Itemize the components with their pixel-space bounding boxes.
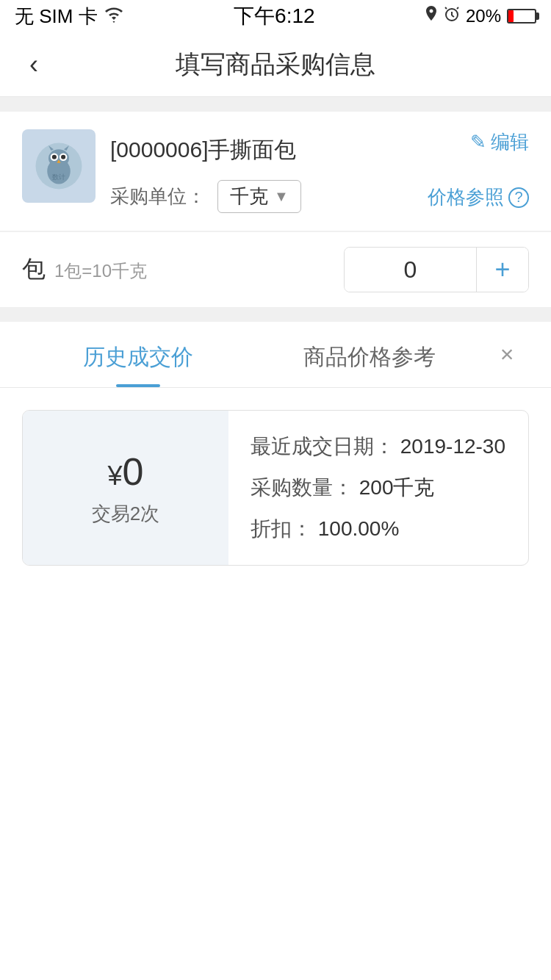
discount-value: 100.00% [318,517,400,540]
discount-label: 折扣： [251,517,312,540]
svg-line-2 [452,15,454,17]
chevron-down-icon: ▼ [274,188,289,205]
time-display: 下午6:12 [234,2,315,30]
tabs-row: 历史成交价 商品价格参考 × [0,322,551,388]
carrier-text: 无 SIM 卡 [15,4,98,29]
currency-symbol: ¥ [108,461,123,491]
unit-label: 采购单位： [110,184,206,209]
history-trades: 交易2次 [92,501,159,527]
tab-history-price[interactable]: 历史成交价 [22,322,253,387]
edit-icon: ✎ [470,131,486,154]
question-icon: ? [508,187,529,208]
svg-text:数计: 数计 [52,173,65,181]
recent-date-value: 2019-12-30 [400,435,505,458]
price-ref-link[interactable]: 价格参照 ? [428,184,529,210]
status-right: 20% [425,6,536,26]
product-thumbnail: 数计 [22,129,96,203]
quantity-controls: + [344,247,529,292]
recent-date-line: 最近成交日期： 2019-12-30 [251,433,506,461]
quantity-unit-sub: 1包=10千克 [54,259,147,283]
edit-link[interactable]: ✎ 编辑 [470,129,529,155]
history-card: ¥0 交易2次 最近成交日期： 2019-12-30 采购数量： 200千克 折… [22,410,529,566]
quantity-plus-button[interactable]: + [477,248,528,292]
battery-percent: 20% [466,6,501,26]
unit-selector[interactable]: 千克 ▼ [217,180,301,213]
wifi-icon [104,5,124,28]
quantity-unit-main: 包 [22,253,46,286]
nav-bar: ‹ 填写商品采购信息 [0,32,551,97]
history-details-section: 最近成交日期： 2019-12-30 采购数量： 200千克 折扣： 100.0… [228,411,528,565]
product-card: 数计 [0000006]手撕面包 采购单位： 千克 ▼ ✎ 编辑 [0,112,551,231]
svg-point-11 [61,155,65,159]
status-left: 无 SIM 卡 [15,4,124,29]
svg-line-3 [445,7,447,9]
unit-value: 千克 [230,184,268,209]
alarm-icon [444,6,460,26]
svg-line-4 [457,7,458,9]
qty-value: 200千克 [359,476,435,499]
panel-close-button[interactable]: × [485,333,529,377]
edit-label: 编辑 [491,129,529,155]
page-title: 填写商品采购信息 [176,48,375,82]
status-bar: 无 SIM 卡 下午6:12 20% [0,0,551,32]
panel-container: 历史成交价 商品价格参考 × ¥0 交易2次 最近成交日期： 2019-12-3… [0,322,551,588]
quantity-input[interactable] [345,248,477,292]
back-button[interactable]: ‹ [22,42,46,87]
bottom-area [0,588,551,980]
history-content: ¥0 交易2次 最近成交日期： 2019-12-30 采购数量： 200千克 折… [0,388,551,588]
history-price-section: ¥0 交易2次 [23,411,228,565]
product-logo: 数计 [33,140,84,192]
price-ref-label: 价格参照 [428,184,504,210]
qty-label: 采购数量： [251,476,353,499]
history-price-value: ¥0 [108,450,144,494]
tab-price-reference[interactable]: 商品价格参考 [253,322,485,387]
discount-line: 折扣： 100.00% [251,515,506,543]
quantity-row: 包 1包=10千克 + [0,232,551,307]
battery-icon [507,9,536,24]
product-name: [0000006]手撕面包 [110,135,301,165]
location-icon [425,6,438,26]
recent-date-label: 最近成交日期： [251,435,395,458]
svg-point-10 [52,155,57,159]
qty-line: 采购数量： 200千克 [251,474,506,502]
